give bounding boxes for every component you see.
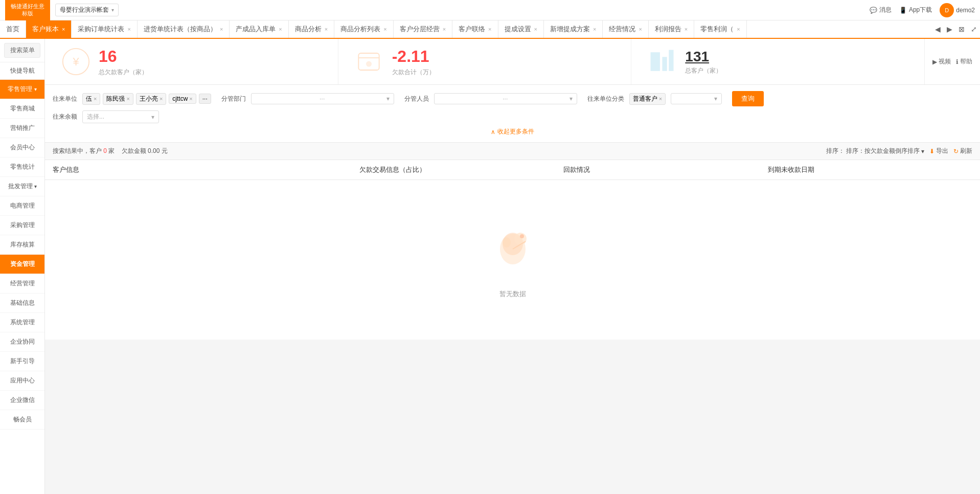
sidebar-item-label: 营销推广 — [10, 124, 35, 131]
close-icon[interactable]: × — [737, 26, 740, 32]
close-icon[interactable]: × — [639, 26, 642, 32]
tab-accounts[interactable]: 客户账本 × — [26, 20, 72, 38]
sidebar-item-wholesale[interactable]: 批发管理 ▾ — [0, 177, 44, 196]
collapse-label: 收起更多条件 — [497, 127, 534, 136]
close-icon[interactable]: × — [593, 26, 596, 32]
empty-text: 暂无数据 — [499, 289, 526, 299]
tag-close-icon[interactable]: × — [159, 96, 163, 102]
tag-close-icon[interactable]: × — [126, 96, 129, 102]
close-icon[interactable]: × — [534, 26, 537, 32]
sidebar-item-retail-mall[interactable]: 零售商城 — [0, 99, 44, 119]
tab-raise-settings[interactable]: 提成设置 × — [498, 20, 544, 38]
col-customer-info: 客户信息 — [53, 165, 359, 174]
tab-product-analysis[interactable]: 商品分析 × — [289, 20, 334, 38]
category-dropdown[interactable]: ▾ — [671, 93, 722, 104]
tab-home[interactable]: 首页 — [0, 20, 26, 38]
tab-inventory-stats[interactable]: 进货单统计表（按商品） × — [138, 20, 230, 38]
message-button[interactable]: 💬 消息 — [870, 6, 892, 14]
tab-operations[interactable]: 经营情况 × — [603, 20, 648, 38]
filter-row-2: 往来余额 选择... ▾ — [53, 110, 972, 123]
close-icon[interactable]: × — [325, 26, 328, 32]
collapse-button[interactable]: ∧ 收起更多条件 — [53, 127, 972, 136]
tab-purchase-order[interactable]: 采购订单统计表 × — [72, 20, 137, 38]
sidebar-item-vip[interactable]: 畅会员 — [0, 410, 44, 430]
export-label: 导出 — [936, 147, 948, 155]
tag-close-icon[interactable]: × — [659, 96, 662, 102]
tag-label: 伍 — [86, 95, 92, 103]
expand-tabs-button[interactable]: ⤢ — [968, 25, 980, 33]
close-icon[interactable]: × — [383, 26, 386, 32]
sidebar-item-retail-stats[interactable]: 零售统计 — [0, 158, 44, 177]
tab-product-analysis-list[interactable]: 商品分析列表 × — [334, 20, 393, 38]
filter-row-1: 往来单位 伍 × 陈民强 × 王小亮 × cjttcw — [53, 91, 972, 106]
sidebar-item-ecommerce[interactable]: 电商管理 — [0, 196, 44, 216]
sidebar-item-wechat[interactable]: 企业微信 — [0, 391, 44, 410]
tab-new-method[interactable]: 新增提成方案 × — [544, 20, 603, 38]
svg-point-13 — [503, 237, 511, 248]
refresh-button[interactable]: ↻ 刷新 — [953, 147, 972, 155]
tag-close-icon[interactable]: × — [94, 96, 97, 102]
search-menu-button[interactable]: 搜索菜单 — [4, 43, 40, 58]
video-help-button[interactable]: ▶ 视频 — [932, 57, 951, 66]
sidebar-item-retail-management[interactable]: 零售管理 ▾ — [0, 80, 44, 99]
tab-next-arrow[interactable]: ▶ — [944, 25, 955, 33]
mobile-icon: 📱 — [899, 7, 907, 14]
sidebar-item-operations[interactable]: 经营管理 — [0, 274, 44, 294]
tab-product-cost[interactable]: 产成品入库单 × — [230, 20, 288, 38]
tab-customer-tier[interactable]: 客户分层经营 × — [394, 20, 452, 38]
tag-close-icon[interactable]: × — [189, 96, 192, 102]
company-selector[interactable]: 母婴行业演示帐套 ▾ — [55, 4, 119, 16]
sidebar-item-label: 零售商城 — [10, 105, 35, 112]
sidebar-item-app-center[interactable]: 应用中心 — [0, 371, 44, 391]
help-label: 帮助 — [960, 57, 972, 66]
close-icon[interactable]: × — [443, 26, 446, 32]
sidebar-item-enterprise[interactable]: 企业协同 — [0, 332, 44, 352]
sidebar-item-membership[interactable]: 会员中心 — [0, 138, 44, 158]
sidebar-quick-nav[interactable]: 快捷导航 — [0, 62, 44, 80]
sort-select[interactable]: 排序： 排序：按欠款金额倒序排序 ▾ — [826, 147, 924, 155]
tab-customer-contact[interactable]: 客户联络 × — [452, 20, 498, 38]
close-icon[interactable]: × — [279, 26, 282, 32]
customer-unit: 家 — [108, 147, 115, 154]
tab-prev-arrow[interactable]: ◀ — [932, 25, 944, 33]
export-button[interactable]: ⬇ 导出 — [929, 147, 948, 155]
close-icon[interactable]: × — [685, 26, 688, 32]
sidebar-item-label: 电商管理 — [10, 202, 35, 209]
sidebar-item-system[interactable]: 系统管理 — [0, 313, 44, 332]
sidebar-item-inventory[interactable]: 库存核算 — [0, 235, 44, 255]
tag-label: 普通客户 — [633, 95, 657, 103]
sidebar-item-purchase[interactable]: 采购管理 — [0, 216, 44, 235]
sidebar-item-marketing[interactable]: 营销推广 — [0, 119, 44, 138]
company-tag-chen: 陈民强 × — [103, 93, 133, 105]
sidebar-item-guide[interactable]: 新手引导 — [0, 352, 44, 371]
tab-customer-tier-label: 客户分层经营 — [400, 25, 440, 34]
category-tag-normal: 普通客户 × — [629, 93, 666, 105]
close-icon[interactable]: × — [220, 26, 223, 32]
sidebar-item-label: 零售统计 — [10, 163, 35, 170]
balance-dropdown[interactable]: 选择... ▾ — [82, 110, 159, 123]
close-icon[interactable]: × — [488, 26, 491, 32]
app-download-button[interactable]: 📱 App下载 — [899, 6, 932, 14]
credit-unit: 元 — [162, 147, 168, 154]
more-tags-button[interactable]: ··· — [199, 94, 211, 104]
sidebar-item-basic-info[interactable]: 基础信息 — [0, 294, 44, 313]
search-prefix: 搜索结果中，客户 — [53, 147, 102, 154]
close-all-tabs-button[interactable]: ⊠ — [955, 25, 968, 33]
total-customers-icon — [647, 47, 677, 77]
tab-profit-report[interactable]: 利润报告 × — [649, 20, 694, 38]
query-button[interactable]: 查询 — [732, 91, 764, 106]
video-label: 视频 — [939, 57, 951, 66]
video-icon: ▶ — [932, 58, 937, 65]
tab-retail-profit[interactable]: 零售利润（ × — [694, 20, 746, 38]
credit-amount-value: -2.11 — [392, 47, 435, 66]
close-icon[interactable]: × — [127, 26, 130, 32]
logo-text: 畅捷通好生意 标版 — [11, 3, 44, 16]
department-dropdown[interactable]: ··· ▾ — [251, 93, 394, 104]
sidebar-item-finance[interactable]: 资金管理 — [0, 255, 44, 274]
stats-bar: ¥ 16 总欠款客户（家） -2.11 — [45, 39, 980, 85]
logo[interactable]: 畅捷通好生意 标版 — [5, 0, 50, 20]
person-dropdown[interactable]: ··· ▾ — [434, 93, 577, 104]
help-button[interactable]: ℹ 帮助 — [956, 57, 972, 66]
user-menu[interactable]: D demo2 — [940, 3, 975, 17]
close-icon[interactable]: × — [62, 26, 65, 32]
